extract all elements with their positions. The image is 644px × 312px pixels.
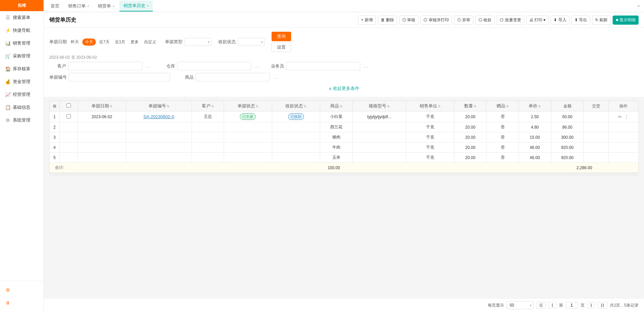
sidebar-item-basic-info[interactable]: 📋基础信息 <box>0 101 44 114</box>
sidebar-bottom-settings[interactable]: ⚙ <box>0 284 44 296</box>
tab-sales-delivery[interactable]: 销货单× <box>94 1 118 11</box>
set-button[interactable]: 设置 <box>272 43 291 52</box>
date-custom[interactable]: 自定义 <box>142 38 158 46</box>
import-button[interactable]: ⬇ 导入 <box>551 16 569 25</box>
doc-type-select[interactable] <box>185 38 212 46</box>
more-icon-0[interactable]: ⋮ <box>624 114 629 120</box>
date-today[interactable]: 今天 <box>82 38 96 46</box>
finance-icon: 💰 <box>5 79 11 85</box>
query-button[interactable]: 查询 <box>272 32 291 41</box>
business-ellipsis[interactable]: … <box>362 63 369 69</box>
next-page-button[interactable]: ⟩ <box>587 302 595 309</box>
cell-docnum-3 <box>126 142 192 153</box>
customer-input[interactable] <box>68 62 142 70</box>
sales-mgmt-label: 销售管理 <box>13 40 30 46</box>
sidebar-item-inventory[interactable]: 🏠库存核算 <box>0 62 44 75</box>
cell-goods-4: 玉米 <box>320 153 353 163</box>
sidebar-item-sys-mgmt[interactable]: ⚙系统管理 <box>0 114 44 127</box>
col-doc-status[interactable]: 单据状态⇅ <box>224 101 272 111</box>
main-content: 首页销售订单×销货单×销货单历史× × 销货单历史 + 新增🗑 删除◎ 审核◎ … <box>44 0 644 312</box>
show-detail-button[interactable]: ■ 显示明细 <box>613 16 639 25</box>
sidebar-bottom: ⚙ ⏸ <box>0 281 44 312</box>
warehouse-input[interactable] <box>177 62 251 70</box>
cell-date-1 <box>78 122 126 132</box>
print-button[interactable]: 🖨 打印 ▾ <box>526 16 549 25</box>
sidebar-item-purchase-mgmt[interactable]: 🛒采购管理 <box>0 50 44 62</box>
cell-gift-4: 否 <box>486 153 519 163</box>
add-button[interactable]: + 新增 <box>358 16 375 25</box>
goods-input[interactable] <box>196 73 270 81</box>
col-checkbox <box>60 101 78 111</box>
date-more[interactable]: 更多 <box>129 38 141 46</box>
col-doc-date[interactable]: 单据日期⇅ <box>78 101 126 111</box>
date-7days[interactable]: 近7天 <box>97 38 112 46</box>
cell-collstatus-4 <box>272 153 320 163</box>
date-yesterday[interactable]: 昨天 <box>69 38 81 46</box>
tab-sales-history[interactable]: 销货单历史× <box>119 1 153 11</box>
prev-page-button[interactable]: ⟨ <box>549 302 556 309</box>
warehouse-ellipsis[interactable]: … <box>253 63 260 69</box>
abandon-button[interactable]: ◎ 弃审 <box>454 16 473 25</box>
tab-sales-order[interactable]: 销售订单× <box>64 1 93 11</box>
collection-status-select[interactable] <box>238 38 265 46</box>
cell-gift-2: 否 <box>486 132 519 142</box>
collapse-filter-button[interactable]: ∧ 收起更多条件 <box>49 84 639 93</box>
goods-label: 商品 <box>177 74 194 80</box>
edit-icon-0[interactable]: ✏ <box>618 114 622 120</box>
sidebar-item-search-menu[interactable]: ☰搜索菜单 <box>0 11 44 24</box>
col-goods[interactable]: 商品⇅ <box>320 101 353 111</box>
batch-change-button[interactable]: ◎ 批量变更 <box>497 16 524 25</box>
doc-number-link-0[interactable]: SA-20230602-0 <box>143 114 174 119</box>
tab-close-sales-history[interactable]: × <box>147 4 149 8</box>
date-1month[interactable]: 近1月 <box>113 38 128 46</box>
customer-ellipsis[interactable]: … <box>144 63 151 69</box>
col-collection-status[interactable]: 收款状态⇅ <box>272 101 320 111</box>
close-all-tabs[interactable]: × <box>636 2 641 10</box>
col-unit[interactable]: 销售单位⇅ <box>406 101 454 111</box>
tab-close-sales-delivery[interactable]: × <box>112 4 114 8</box>
col-unit-price[interactable]: 单价⇅ <box>519 101 551 111</box>
sidebar-item-operations[interactable]: 📈经营管理 <box>0 88 44 101</box>
sidebar-item-finance[interactable]: 💰资金管理 <box>0 75 44 88</box>
operations-icon: 📈 <box>5 92 11 98</box>
cell-goods-3: 牛肉 <box>320 142 353 153</box>
cell-action-1 <box>609 122 639 132</box>
table-footer: 合计: 100.00 2,286.00 <box>49 163 639 173</box>
sidebar-item-sales-mgmt[interactable]: 📊销售管理 <box>0 37 44 50</box>
select-all-checkbox[interactable] <box>66 103 71 108</box>
col-qty[interactable]: 数量⇅ <box>454 101 486 111</box>
audit-print-button[interactable]: ◎ 审核并打印 <box>420 16 452 25</box>
col-gift[interactable]: 赠品⇅ <box>486 101 519 111</box>
collect-button[interactable]: ◎ 收款 <box>475 16 495 25</box>
doc-number-input[interactable] <box>69 73 170 81</box>
last-page-button[interactable]: ⟩⟩ <box>598 302 607 309</box>
page-number-input[interactable] <box>566 302 578 309</box>
per-page-select[interactable]: 50 100 200 <box>507 301 534 309</box>
cell-unit-3: 千克 <box>406 142 454 153</box>
cell-cb-4 <box>60 153 78 163</box>
delete-button[interactable]: 🗑 删除 <box>378 16 397 25</box>
export-button[interactable]: ⬆ 导出 <box>571 16 590 25</box>
tab-home[interactable]: 首页 <box>47 1 63 11</box>
horizontal-scrollbar[interactable] <box>49 173 639 176</box>
col-doc-number[interactable]: 单据编号⇅ <box>126 101 192 111</box>
refresh-button[interactable]: ↻ 刷新 <box>592 16 611 25</box>
date-shortcuts: 昨天 今天 近7天 近1月 更多 自定义 <box>69 38 158 46</box>
cell-qty-1: 20.00 <box>454 122 486 132</box>
row-checkbox-0[interactable] <box>66 114 71 119</box>
audit-button[interactable]: ◎ 审核 <box>399 16 418 25</box>
cell-cb-3 <box>60 142 78 153</box>
tab-close-sales-order[interactable]: × <box>87 4 89 8</box>
col-gear[interactable]: ⚙ <box>50 101 60 111</box>
business-input[interactable] <box>286 62 360 70</box>
goods-ellipsis[interactable]: … <box>272 75 279 80</box>
sidebar-item-quick-nav[interactable]: ⚡快捷导航 <box>0 24 44 37</box>
sidebar-bottom-pause[interactable]: ⏸ <box>0 296 44 309</box>
page-title: 销货单历史 <box>49 17 76 24</box>
col-customer[interactable]: 客户⇅ <box>192 101 224 111</box>
col-spec[interactable]: 规格型号⇅ <box>352 101 406 111</box>
cell-gear-0: 1 <box>50 111 60 122</box>
cell-docstatus-2 <box>224 132 272 142</box>
first-page-button[interactable]: ⟨⟨ <box>536 302 546 309</box>
cell-unit-4: 千克 <box>406 153 454 163</box>
